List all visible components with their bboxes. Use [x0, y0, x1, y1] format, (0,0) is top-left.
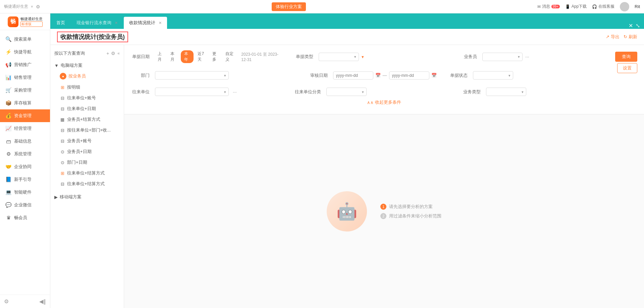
sidebar-item-system[interactable]: ⚙ 系统管理: [0, 148, 50, 160]
online-service-label: 在线客服: [598, 4, 614, 9]
sidebar-item-quick-nav[interactable]: ⚡ 快捷导航: [0, 46, 50, 58]
scheme-by-staff[interactable]: ● 按业务员: [50, 70, 124, 82]
type-expand-icon[interactable]: ▾: [362, 54, 364, 59]
sidebar-item-basic-info[interactable]: 🗃 基础信息: [0, 135, 50, 148]
sidebar-item-hardware[interactable]: 💻 智能硬件: [0, 186, 50, 199]
sidebar-item-vip[interactable]: ♛ 畅会员: [0, 211, 50, 224]
sidebar-item-marketing[interactable]: 📢 营销推广: [0, 58, 50, 71]
cp-pay1-icon: ⊞: [60, 171, 65, 176]
date-tab-more[interactable]: 更多: [210, 50, 221, 63]
user-avatar[interactable]: [620, 2, 629, 11]
inventory-icon: 📦: [5, 100, 11, 106]
query-button[interactable]: 查询: [615, 52, 637, 62]
counterpart-more-icon[interactable]: ···: [233, 89, 237, 95]
sidebar-item-finance[interactable]: 💰 资金管理: [0, 109, 50, 122]
scheme-cp-payment1[interactable]: ⊞ 往来单位+结算方式: [50, 168, 124, 178]
date-tabs: 上月 本月 本年 近7天 更多 自定义: [155, 50, 237, 63]
add-scheme-icon[interactable]: +: [106, 51, 109, 56]
manage-scheme-icon[interactable]: ⚙: [111, 51, 115, 56]
scheme-by-counterpart-dept[interactable]: ⊟ 按往来单位+部门+收...: [50, 125, 124, 136]
collapse-panel-icon[interactable]: «: [117, 51, 120, 56]
collapse-bar[interactable]: ∧∧ 收起更多条件: [131, 96, 637, 109]
tab-bank-flow-close[interactable]: ✕: [115, 21, 118, 25]
settings-button[interactable]: 设置: [617, 63, 637, 73]
mobile-scheme-parent[interactable]: ▶ 移动端方案: [50, 192, 124, 202]
main-layout: 畅 畅捷通好生意 标准版 🔍 搜索菜单 ⚡ 快捷导航 📢 营销推广 📊 销: [0, 0, 644, 308]
operations-icon: 📈: [5, 125, 11, 132]
staff-label: 业务员: [458, 54, 477, 60]
right-panel: 单据日期 上月 本月 本年 近7天 更多 自定义: [124, 45, 644, 308]
dept-date-icon: ⊙: [60, 160, 65, 165]
sidebar-item-collab[interactable]: 🤝 企业协同: [0, 160, 50, 173]
scheme-dept-date[interactable]: ⊙ 部门+日期: [50, 157, 124, 168]
date-tab-this-month[interactable]: 本月: [168, 50, 179, 63]
cp-category-select[interactable]: [326, 88, 367, 96]
sales-icon: 📊: [5, 74, 11, 81]
sidebar-item-purchase[interactable]: 🛒 采购管理: [0, 84, 50, 97]
scheme-staff-date[interactable]: ⊙ 业务员+日期: [50, 146, 124, 157]
scheme-counterpart-account[interactable]: ⊟ 往来单位+账号: [50, 93, 124, 103]
tip-num-1: 1: [380, 204, 386, 210]
staff-select[interactable]: [482, 53, 523, 61]
finance-icon: 💰: [5, 113, 11, 119]
review-date-from[interactable]: [333, 71, 373, 80]
refresh-icon: ↻: [624, 34, 627, 39]
refresh-button[interactable]: ↻ 刷新: [624, 34, 637, 40]
counterpart-select[interactable]: [155, 88, 229, 96]
scheme-by-detail[interactable]: ⊞ 按明细: [50, 82, 124, 93]
sidebar-settings-icon[interactable]: ⚙: [4, 298, 9, 305]
sidebar-item-search[interactable]: 🔍 搜索菜单: [0, 33, 50, 46]
online-service-button[interactable]: 🎧 在线客服: [592, 4, 614, 9]
app-download-button[interactable]: 📱 App下载: [565, 4, 587, 9]
sidebar-item-wechat[interactable]: 💬 企业微信: [0, 199, 50, 211]
date-tab-this-year[interactable]: 本年: [181, 50, 194, 63]
settings-gear[interactable]: ⚙: [36, 4, 40, 9]
sidebar-item-inventory[interactable]: 📦 库存核算: [0, 97, 50, 109]
search-menu-icon: 🔍: [5, 36, 11, 42]
type-select[interactable]: [319, 53, 359, 61]
sidebar-collapse-icon[interactable]: ◀‖: [39, 298, 46, 305]
review-date-to[interactable]: [389, 71, 429, 80]
sidebar-item-operations[interactable]: 📈 经营管理: [0, 122, 50, 135]
tab-collection-close[interactable]: ✕: [159, 21, 162, 25]
nav-items: 🔍 搜索菜单 ⚡ 快捷导航 📢 营销推广 📊 销售管理 🛒 采购管理 📦: [0, 30, 50, 295]
sidebar-label-marketing: 营销推广: [14, 62, 32, 68]
biz-type-select[interactable]: [486, 88, 526, 96]
desktop-scheme-parent[interactable]: ▼ 电脑端方案: [50, 60, 124, 70]
scheme-staff-payment[interactable]: ▦ 业务员+结算方式: [50, 114, 124, 125]
scheme-counterpart-account-label: 往来单位+账号: [67, 95, 96, 101]
sidebar-label-operations: 经营管理: [14, 125, 32, 132]
sidebar-item-guide[interactable]: 📘 新手引导: [0, 173, 50, 186]
scheme-staff-account[interactable]: ⊟ 业务员+账号: [50, 136, 124, 146]
calendar-to-icon[interactable]: 📅: [431, 73, 437, 78]
sidebar-label-hardware: 智能硬件: [14, 189, 32, 195]
main-content: 首页 现金银行流水查询 ✕ 收款情况统计 ✕ ✕ ⤡ 收款情况统计(按业务员) …: [50, 13, 644, 308]
scheme-cp-payment2[interactable]: ⊟ 往来单位+结算方式: [50, 178, 124, 189]
date-tab-7days[interactable]: 近7天: [195, 50, 208, 63]
tab-expand-icon[interactable]: ⤡: [636, 22, 640, 29]
dept-select[interactable]: [155, 71, 229, 80]
tip-1-text: 请先选择要分析的方案: [389, 204, 433, 210]
trial-button[interactable]: 体验行业方案: [272, 2, 306, 11]
cp-acct-icon: ⊟: [60, 96, 65, 101]
panel-header: 按以下方案查询 + ⚙ «: [50, 48, 124, 59]
date-filter-value: 上月 本月 本年 近7天 更多 自定义 2023-01-01 至 2023-12…: [155, 50, 282, 63]
tab-close-all-icon[interactable]: ✕: [629, 22, 633, 29]
status-select[interactable]: [473, 71, 513, 80]
tab-bank-flow[interactable]: 现金银行流水查询 ✕: [71, 17, 123, 29]
message-button[interactable]: ✉ 消息 99+: [537, 4, 560, 9]
staff-more-icon[interactable]: ···: [525, 54, 529, 59]
guide-icon: 📘: [5, 176, 11, 183]
panel-header-label: 按以下方案查询: [54, 50, 85, 56]
sidebar-item-sales[interactable]: 📊 销售管理: [0, 71, 50, 84]
marketing-icon: 📢: [5, 62, 11, 68]
export-button[interactable]: ↗ 导出: [606, 34, 620, 40]
staff-select-wrapper: [482, 53, 523, 61]
date-tab-last-month[interactable]: 上月: [155, 50, 166, 63]
counterpart-select-wrapper: [155, 88, 229, 96]
calendar-from-icon[interactable]: 📅: [375, 73, 381, 78]
date-tab-custom[interactable]: 自定义: [223, 50, 237, 63]
tab-collection[interactable]: 收款情况统计 ✕: [124, 17, 167, 29]
scheme-counterpart-date[interactable]: ⊟ 往来单位+日期: [50, 103, 124, 114]
tab-home[interactable]: 首页: [51, 17, 70, 29]
